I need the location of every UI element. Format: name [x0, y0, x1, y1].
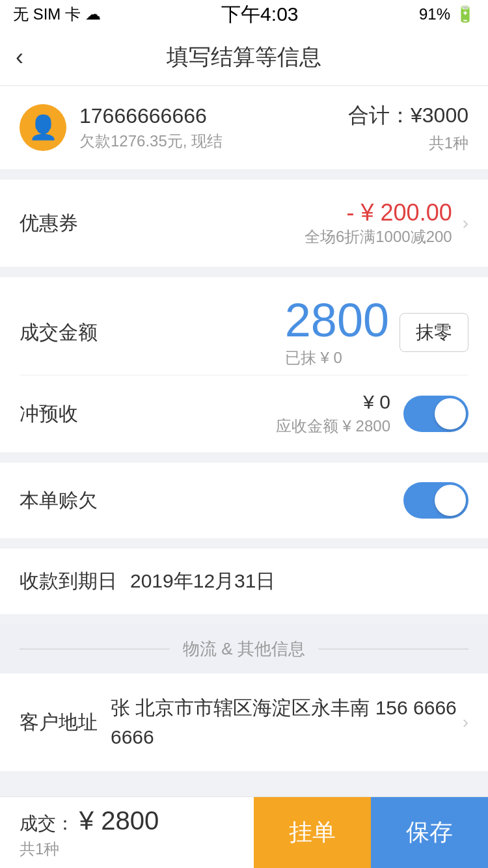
address-row[interactable]: 客户地址 张 北京市市辖区海淀区永丰南 156 6666 6666 ›: [0, 673, 488, 771]
debt-label: 本单赊欠: [20, 487, 98, 514]
address-label: 客户地址: [20, 709, 98, 736]
debt-toggle[interactable]: [403, 482, 468, 519]
precollect-row: 冲预收 ¥ 0 应收金额 ¥ 2800: [0, 375, 488, 452]
round-button[interactable]: 抹零: [400, 313, 468, 352]
coupon-section: 优惠券 - ¥ 200.00 全场6折满1000减200 ›: [0, 180, 488, 267]
precollect-main: ¥ 0: [276, 391, 390, 413]
deal-amount: 2800: [285, 297, 389, 344]
hold-button[interactable]: 挂单: [254, 797, 371, 869]
customer-phone: 17666666666: [79, 104, 223, 128]
sep-line-right: [318, 649, 468, 649]
back-button[interactable]: ‹: [16, 44, 23, 71]
page-title: 填写结算等信息: [167, 42, 321, 72]
coupon-label: 优惠券: [20, 210, 78, 237]
debt-section: 本单赊欠: [0, 463, 488, 538]
debt-row: 本单赊欠: [0, 463, 488, 538]
coupon-chevron-icon: ›: [463, 213, 468, 234]
footer-deal-amount: ¥ 2800: [79, 806, 159, 835]
footer: 成交： ¥ 2800 共1种 挂单 保存: [0, 796, 488, 868]
precollect-toggle[interactable]: [403, 396, 468, 432]
status-left: 无 SIM 卡 ☁: [13, 4, 101, 25]
content-area: 👤 17666666666 欠款1276.35元, 现结 合计：¥3000 共1…: [0, 86, 488, 868]
debt-toggle-knob: [435, 485, 466, 516]
sep-line-left: [20, 649, 170, 649]
toggle-knob: [435, 398, 466, 429]
due-date-label: 收款到期日: [20, 568, 117, 595]
sim-status: 无 SIM 卡 ☁: [13, 4, 101, 25]
deal-label: 成交金额: [20, 319, 98, 346]
customer-note: 欠款1276.35元, 现结: [79, 131, 223, 152]
total-count: 共1种: [348, 133, 468, 154]
save-button[interactable]: 保存: [371, 797, 488, 869]
status-bar: 无 SIM 卡 ☁ 下午4:03 91% 🔋: [0, 0, 488, 29]
due-date-value: 2019年12月31日: [130, 568, 275, 595]
battery-text: 91%: [419, 5, 450, 23]
nav-bar: ‹ 填写结算等信息: [0, 29, 488, 86]
footer-count: 共1种: [20, 839, 234, 860]
avatar: 👤: [20, 104, 66, 151]
coupon-discount: - ¥ 200.00: [305, 199, 452, 226]
deal-section: 成交金额 2800 已抹 ¥ 0 抹零 冲预收 ¥ 0 应收金额 ¥ 2800: [0, 277, 488, 452]
customer-row: 👤 17666666666 欠款1276.35元, 现结 合计：¥3000 共1…: [0, 86, 488, 169]
precollect-sub: 应收金额 ¥ 2800: [276, 416, 390, 437]
battery-icon: 🔋: [455, 5, 475, 23]
footer-deal-prefix: 成交：: [20, 813, 74, 834]
precollect-label: 冲预收: [20, 401, 78, 427]
logistics-separator: 物流 & 其他信息: [0, 625, 488, 673]
coupon-detail: 全场6折满1000减200: [305, 226, 452, 247]
logistics-label: 物流 & 其他信息: [183, 638, 305, 660]
status-time: 下午4:03: [221, 1, 298, 28]
footer-info: 成交： ¥ 2800 共1种: [0, 806, 254, 860]
due-date-row: 收款到期日 2019年12月31日: [0, 549, 488, 614]
coupon-row[interactable]: 优惠券 - ¥ 200.00 全场6折满1000减200 ›: [0, 180, 488, 267]
deal-sub: 已抹 ¥ 0: [285, 347, 389, 368]
deal-row: 成交金额 2800 已抹 ¥ 0 抹零: [0, 277, 488, 375]
address-chevron-icon: ›: [463, 712, 468, 733]
total-amount: 合计：¥3000: [348, 102, 468, 130]
status-right: 91% 🔋: [419, 5, 475, 23]
address-value: 张 北京市市辖区海淀区永丰南 156 6666 6666: [111, 693, 463, 752]
